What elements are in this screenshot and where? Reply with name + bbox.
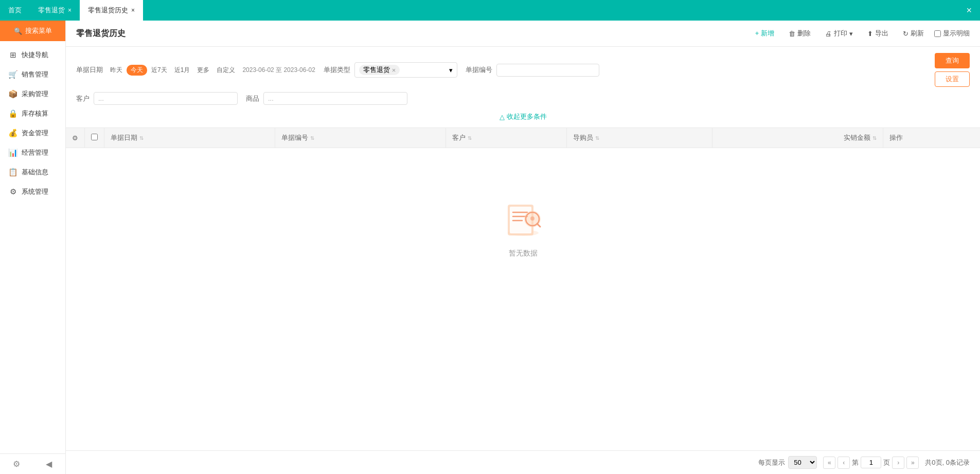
finance-icon: 💰 [8,129,17,138]
gear-icon[interactable]: ⚙ [72,134,78,142]
total-info: 共0页, 0条记录 [925,458,970,467]
basic-icon: 📋 [8,168,17,177]
content-area: 零售退货历史 + 新增 🗑 删除 🖨 打印 ▾ ⬆ 导出 ↻ [66,21,980,474]
tag-close-icon[interactable]: × [392,66,396,74]
pagination-bar: 每页显示 50 10 20 100 « ‹ 第 页 › » 共0页, 0条记录 [66,450,980,474]
per-page-group: 每页显示 50 10 20 100 [758,456,817,469]
page-nav: « ‹ 第 页 › » [823,457,919,469]
select-dropdown-icon: ▾ [449,66,453,74]
sidebar-gear-button[interactable]: ⚙ [0,454,33,474]
number-input[interactable] [496,64,599,77]
date-sort-icon[interactable]: ⇅ [139,135,144,141]
date-range-display: 2023-06-02 至 2023-06-02 [242,66,315,75]
number-label: 单据编号 [466,65,492,75]
number-sort-icon[interactable]: ⇅ [310,135,314,141]
type-filter-group: 单据类型 零售退货 × ▾ [324,62,457,78]
per-page-select[interactable]: 50 10 20 100 [788,456,817,469]
sidebar-item-finance-mgmt[interactable]: 💰 资金管理 [0,123,65,143]
quick-nav-icon: ⊞ [8,50,17,60]
th-date: 单据日期 ⇅ [104,128,275,148]
goods-input[interactable]: ... [263,92,407,105]
th-gear: ⚙ [66,128,85,148]
page-header: 零售退货历史 + 新增 🗑 删除 🖨 打印 ▾ ⬆ 导出 ↻ [66,21,980,47]
empty-state: 暂无数据 [66,148,980,299]
sidebar-item-sys-mgmt[interactable]: ⚙ 系统管理 [0,182,65,202]
date-btn-7days[interactable]: 近7天 [148,65,170,76]
setting-button[interactable]: 设置 [935,71,970,87]
tab-retail-return-history[interactable]: 零售退货历史 × [80,0,143,21]
customer-input[interactable]: ... [94,92,238,105]
sidebar-menu-button[interactable]: ◀ [33,454,66,474]
tab-retail-return-history-close[interactable]: × [131,7,135,14]
search-icon: 🔍 [14,27,22,35]
sidebar-nav: ⊞ 快捷导航 🛒 销售管理 📦 采购管理 🔒 库存核算 💰 资金管理 📊 [0,41,65,453]
date-btn-today[interactable]: 今天 [127,65,147,76]
tab-retail-return-close[interactable]: × [68,7,72,14]
next-page-button[interactable]: › [892,457,904,469]
th-guide: 导购员 ⇅ [566,128,712,148]
tab-home[interactable]: 首页 [0,0,30,21]
sales-icon: 🛒 [8,70,17,79]
type-select-tag: 零售退货 × [359,65,400,75]
collapse-container: △ 收起更多条件 [76,110,970,121]
refresh-button[interactable]: ↻ 刷新 [899,27,928,40]
goods-filter-group: 商品 ... [246,92,407,105]
export-button[interactable]: ⬆ 导出 [863,27,893,40]
amount-sort-icon[interactable]: ⇅ [872,135,877,141]
date-btn-1month[interactable]: 近1月 [171,65,193,76]
th-number: 单据编号 ⇅ [275,128,446,148]
prev-page-button[interactable]: ‹ [838,457,850,469]
th-checkbox [85,128,104,148]
date-btn-custom[interactable]: 自定义 [213,65,238,76]
customer-label: 客户 [76,94,90,103]
th-amount: 实销金额 ⇅ [712,128,883,148]
guide-sort-icon[interactable]: ⇅ [595,135,599,141]
type-select[interactable]: 零售退货 × ▾ [354,62,457,78]
number-filter-group: 单据编号 [466,64,599,77]
export-icon: ⬆ [867,30,873,38]
sidebar-item-inventory[interactable]: 🔒 库存核算 [0,104,65,123]
tab-retail-return[interactable]: 零售退货 × [30,0,80,21]
page-input[interactable] [861,457,881,468]
sidebar-item-ops-mgmt[interactable]: 📊 经营管理 [0,143,65,162]
show-detail-checkbox-label[interactable]: 显示明细 [934,29,970,38]
data-table: ⚙ 单据日期 ⇅ 单据编号 [66,128,980,299]
refresh-icon: ↻ [903,30,908,38]
sidebar-item-sales-mgmt[interactable]: 🛒 销售管理 [0,65,65,84]
empty-icon [497,189,549,241]
sidebar-item-purchase-mgmt[interactable]: 📦 采购管理 [0,84,65,104]
action-buttons: 查询 设置 [935,53,970,87]
print-dropdown-icon: ▾ [849,30,853,38]
svg-line-8 [537,224,540,227]
customer-sort-icon[interactable]: ⇅ [468,135,472,141]
window-close-button[interactable]: × [958,5,980,16]
th-action: 操作 [883,128,980,148]
inventory-icon: 🔒 [8,109,17,118]
collapse-button[interactable]: △ 收起更多条件 [500,112,547,121]
new-button[interactable]: + 新增 [751,27,778,40]
th-customer: 客户 ⇅ [446,128,566,148]
date-btn-yesterday[interactable]: 昨天 [107,65,126,76]
show-detail-checkbox[interactable] [934,30,941,37]
goods-label: 商品 [246,94,259,103]
main-layout: 🔍 搜索菜单 ⊞ 快捷导航 🛒 销售管理 📦 采购管理 🔒 库存核算 💰 [0,21,980,474]
date-btn-more[interactable]: 更多 [194,65,212,76]
first-page-button[interactable]: « [823,457,835,469]
print-button[interactable]: 🖨 打印 ▾ [821,27,857,40]
sidebar-item-basic-info[interactable]: 📋 基础信息 [0,162,65,182]
sidebar-bottom: ⚙ ◀ [0,453,65,474]
sidebar: 🔍 搜索菜单 ⊞ 快捷导航 🛒 销售管理 📦 采购管理 🔒 库存核算 💰 [0,21,66,474]
date-filter-group: 单据日期 昨天 今天 近7天 近1月 更多 自定义 2023-06-02 至 2… [76,65,315,76]
table-container: ⚙ 单据日期 ⇅ 单据编号 [66,128,980,450]
last-page-button[interactable]: » [906,457,919,469]
filter-area: 单据日期 昨天 今天 近7天 近1月 更多 自定义 2023-06-02 至 2… [66,47,980,128]
customer-filter-group: 客户 ... [76,92,238,105]
delete-button[interactable]: 🗑 删除 [785,27,815,40]
toolbar: + 新增 🗑 删除 🖨 打印 ▾ ⬆ 导出 ↻ 刷新 [751,27,970,40]
purchase-icon: 📦 [8,89,17,99]
sidebar-search[interactable]: 🔍 搜索菜单 [0,21,65,41]
sidebar-item-quick-nav[interactable]: ⊞ 快捷导航 [0,45,65,65]
sys-icon: ⚙ [8,187,17,196]
query-button[interactable]: 查询 [935,53,970,68]
select-all-checkbox[interactable] [91,134,98,140]
